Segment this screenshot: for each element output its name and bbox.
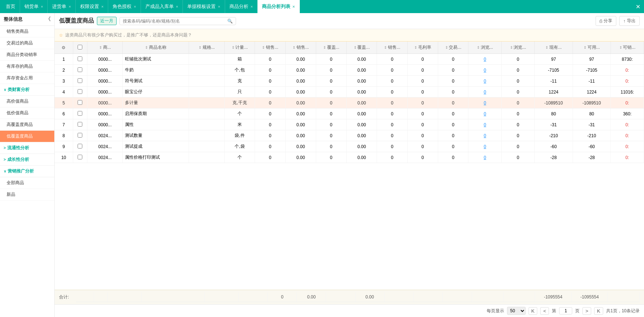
sidebar-item[interactable]: 高价值商品 [0, 96, 54, 107]
column-header-sale_qty[interactable]: ⇕ 销售... [255, 41, 286, 54]
row-browse1[interactable]: 0 [468, 152, 502, 163]
sidebar-item[interactable]: 有库存的商品 [0, 61, 54, 72]
filter-tag[interactable]: 近一月 [97, 17, 117, 25]
tab-close-icon[interactable]: × [218, 4, 220, 9]
column-header-sellable[interactable]: ⇕ 可销... [611, 41, 644, 54]
sidebar-group-title[interactable]: ∨营销推广分析 [0, 166, 54, 177]
nav-tab[interactable]: 商品分析× [225, 0, 258, 13]
browse1-link[interactable]: 0 [484, 90, 486, 95]
row-checkbox[interactable] [78, 111, 82, 116]
row-checkbox[interactable] [78, 100, 82, 105]
browse1-link[interactable]: 0 [484, 133, 486, 138]
column-header-browse1[interactable]: ⇕ 浏览... [468, 41, 502, 54]
tab-close-icon[interactable]: × [134, 4, 136, 9]
browse1-link[interactable]: 0 [484, 79, 486, 84]
close-all-button[interactable]: ✕ [636, 3, 640, 10]
sidebar-group-title[interactable]: >成长性分析 [0, 154, 54, 166]
tab-close-icon[interactable]: × [251, 4, 253, 9]
nav-tab[interactable]: 进货单× [48, 0, 75, 13]
column-header-cov2[interactable]: ⇕ 覆盖... [346, 41, 377, 54]
nav-tab[interactable]: 商品分析列表× [258, 0, 299, 13]
search-input[interactable] [123, 19, 227, 24]
row-checkbox[interactable] [78, 155, 82, 159]
sidebar-item[interactable]: 新品 [0, 189, 54, 201]
row-checkbox-cell[interactable] [73, 65, 87, 76]
column-header-unit[interactable]: ⇕ 计量... [224, 41, 255, 54]
column-header-trade[interactable]: ⇕ 交易... [438, 41, 468, 54]
row-checkbox-cell[interactable] [73, 98, 87, 108]
row-browse1[interactable]: 0 [468, 87, 502, 98]
prev-page-button[interactable]: < [540, 307, 549, 315]
page-number-input[interactable] [559, 307, 572, 314]
page-size-select[interactable]: 2050100 [507, 307, 526, 315]
tab-close-icon[interactable]: × [41, 4, 43, 9]
row-checkbox[interactable] [78, 89, 82, 94]
table-area[interactable]: ⚙⇕ 商...⇕ 商品名称⇕ 规格...⇕ 计量...⇕ 销售...⇕ 销售..… [55, 41, 644, 290]
column-header-spec[interactable]: ⇕ 规格... [189, 41, 224, 54]
row-browse1[interactable]: 0 [468, 130, 502, 141]
column-header-cur[interactable]: ⇕ 现有... [534, 41, 573, 54]
row-checkbox[interactable] [78, 122, 82, 127]
row-checkbox-cell[interactable] [73, 87, 87, 98]
row-browse1[interactable]: 0 [468, 65, 502, 76]
column-header-sale_amt[interactable]: ⇕ 销售... [286, 41, 316, 54]
sidebar-collapse-button[interactable]: 《 [46, 16, 51, 23]
column-header-sale2[interactable]: ⇕ 销售... [377, 41, 408, 54]
settings-column-header[interactable]: ⚙ [55, 41, 73, 54]
browse1-link[interactable]: 0 [484, 57, 486, 62]
column-header-code[interactable]: ⇕ 商... [87, 41, 123, 54]
row-browse1[interactable]: 0 [468, 141, 502, 152]
export-button[interactable]: ↑ 导出 [619, 16, 640, 26]
row-checkbox-cell[interactable] [73, 152, 87, 163]
row-checkbox-cell[interactable] [73, 119, 87, 130]
browse1-link[interactable]: 0 [484, 68, 486, 73]
nav-tab[interactable]: 销货单× [20, 0, 48, 13]
browse1-link[interactable]: 0 [484, 144, 486, 149]
row-browse1[interactable]: 0 [468, 76, 502, 87]
select-all-checkbox[interactable] [78, 45, 82, 49]
sidebar-group-title[interactable]: >流通性分析 [0, 142, 54, 154]
sidebar-item[interactable]: 库存资金占用 [0, 72, 54, 84]
column-header-cov1[interactable]: ⇕ 覆盖... [316, 41, 346, 54]
sidebar-item[interactable]: 商品分类动销率 [0, 49, 54, 61]
browse1-link[interactable]: 0 [484, 122, 486, 127]
last-page-button[interactable]: K [594, 307, 603, 315]
first-page-button[interactable]: K [529, 307, 538, 315]
row-checkbox-cell[interactable] [73, 76, 87, 87]
row-checkbox[interactable] [78, 144, 82, 148]
browse1-link[interactable]: 0 [484, 111, 486, 116]
browse1-link[interactable]: 0 [484, 155, 486, 160]
nav-tab[interactable]: 产成品入库单× [141, 0, 183, 13]
row-browse1[interactable]: 0 [468, 98, 502, 108]
column-header-browse2[interactable]: ⇕ 浏览... [502, 41, 535, 54]
settings-icon[interactable]: ⚙ [62, 45, 66, 50]
nav-tab[interactable]: 首页 [1, 0, 20, 13]
row-browse1[interactable]: 0 [468, 108, 502, 119]
sidebar-item[interactable]: 高覆盖度商品 [0, 119, 54, 131]
row-checkbox-cell[interactable] [73, 108, 87, 119]
nav-tab[interactable]: 单据模板设置× [183, 0, 225, 13]
checkbox-column-header[interactable] [73, 41, 87, 54]
nav-tab[interactable]: 角色授权× [108, 0, 141, 13]
column-header-avail[interactable]: ⇕ 可用... [573, 41, 611, 54]
row-checkbox-cell[interactable] [73, 130, 87, 141]
column-header-name[interactable]: ⇕ 商品名称 [123, 41, 189, 54]
sidebar-item[interactable]: 销售类商品 [0, 26, 54, 37]
row-checkbox-cell[interactable] [73, 141, 87, 152]
sidebar-item[interactable]: 交易过的商品 [0, 37, 54, 49]
row-browse1[interactable]: 0 [468, 54, 502, 65]
tab-close-icon[interactable]: × [68, 4, 71, 9]
browse1-link[interactable]: 0 [484, 100, 486, 106]
sidebar-item[interactable]: 全部商品 [0, 177, 54, 189]
sidebar-item[interactable]: 低覆盖度商品 [0, 131, 54, 142]
nav-tab[interactable]: 权限设置× [76, 0, 108, 13]
next-page-button[interactable]: > [582, 307, 591, 315]
row-checkbox[interactable] [78, 78, 82, 83]
share-button[interactable]: ⎙ 分享 [596, 16, 616, 26]
tab-close-icon[interactable]: × [176, 4, 178, 9]
search-icon[interactable]: 🔍 [227, 19, 233, 24]
tab-close-icon[interactable]: × [292, 4, 295, 9]
sidebar-item[interactable]: 低价值商品 [0, 107, 54, 119]
tab-close-icon[interactable]: × [101, 4, 103, 9]
sidebar-group-title[interactable]: ∨类财富分析 [0, 84, 54, 96]
